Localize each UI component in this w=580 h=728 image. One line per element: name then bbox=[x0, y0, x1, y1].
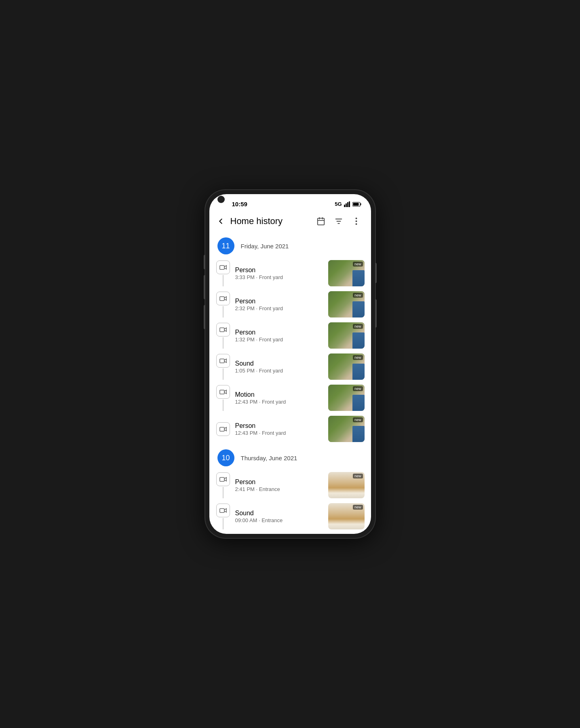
list-item[interactable]: Motion12:43 PM · Front yardnew bbox=[209, 382, 371, 413]
list-item[interactable]: Person2:32 PM · Front yardnew bbox=[209, 289, 371, 320]
event-info: Person2:32 PM · Front yard bbox=[235, 298, 323, 311]
svg-rect-24 bbox=[219, 508, 224, 512]
phone-screen: 10:59 5G bbox=[209, 194, 371, 534]
date-header-june11: 11Friday, June 2021 bbox=[209, 233, 371, 258]
svg-rect-20 bbox=[219, 359, 224, 363]
svg-rect-19 bbox=[219, 328, 224, 332]
camera-icon bbox=[216, 422, 230, 436]
thumbnail-badge: new bbox=[353, 474, 363, 478]
event-info: Sound1:05 PM · Front yard bbox=[235, 360, 323, 374]
page-title: Home history bbox=[230, 216, 313, 226]
app-bar-actions bbox=[313, 213, 365, 229]
list-item[interactable]: Person2:41 PM · Entrancenew bbox=[209, 470, 371, 501]
event-detail: 12:43 PM · Front yard bbox=[235, 399, 323, 405]
list-item[interactable]: Sound1:05 PM · Front yardnew bbox=[209, 351, 371, 382]
svg-rect-17 bbox=[219, 265, 224, 269]
event-thumbnail[interactable]: new bbox=[328, 503, 365, 529]
timeline-col bbox=[216, 385, 230, 411]
back-icon bbox=[216, 217, 225, 226]
list-item[interactable]: Sound09:00 AM · Entrancenew bbox=[209, 501, 371, 532]
date-badge-june11: 11 bbox=[217, 237, 234, 254]
svg-rect-23 bbox=[219, 477, 224, 481]
svg-point-16 bbox=[356, 223, 357, 225]
event-type: Sound bbox=[235, 360, 323, 367]
left-button-2 bbox=[204, 275, 205, 299]
svg-rect-18 bbox=[219, 296, 224, 301]
filter-button[interactable] bbox=[331, 213, 347, 229]
event-thumbnail[interactable]: new bbox=[328, 385, 365, 411]
date-label-june10: Thursday, June 2021 bbox=[241, 455, 297, 461]
camera-icon bbox=[216, 260, 230, 274]
event-thumbnail[interactable]: new bbox=[328, 472, 365, 498]
camera-icon bbox=[216, 385, 230, 399]
camera-icon bbox=[216, 472, 230, 486]
battery-icon bbox=[352, 202, 361, 207]
event-type: Motion bbox=[235, 391, 323, 398]
camera-icon bbox=[216, 504, 230, 517]
filter-icon bbox=[334, 217, 343, 226]
app-bar: Home history bbox=[209, 210, 371, 233]
event-info: Person12:43 PM · Front yard bbox=[235, 422, 323, 436]
camera-icon bbox=[216, 323, 230, 336]
timeline-line bbox=[223, 487, 224, 498]
event-detail: 12:43 PM · Front yard bbox=[235, 430, 323, 436]
back-button[interactable] bbox=[213, 213, 229, 229]
list-item[interactable]: Person12:43 PM · Front yardnew bbox=[209, 413, 371, 444]
camera-icon bbox=[216, 354, 230, 368]
more-button[interactable] bbox=[348, 213, 365, 229]
date-header-june10: 10Thursday, June 2021 bbox=[209, 444, 371, 470]
timeline-line bbox=[223, 306, 224, 317]
svg-rect-2 bbox=[347, 202, 348, 207]
camera-icon bbox=[216, 292, 230, 305]
svg-rect-22 bbox=[219, 427, 224, 431]
volume-button bbox=[375, 263, 377, 283]
calendar-icon bbox=[316, 217, 325, 226]
list-item[interactable]: Person1:32 PM · Front yardnew bbox=[209, 320, 371, 351]
timeline-col bbox=[216, 292, 230, 317]
event-detail: 2:41 PM · Entrance bbox=[235, 486, 323, 492]
timeline-line bbox=[223, 400, 224, 411]
list-item[interactable]: Person09:00 AM · Entrancenew bbox=[209, 532, 371, 534]
event-thumbnail[interactable]: new bbox=[328, 322, 365, 349]
timeline-line bbox=[223, 518, 224, 529]
timeline-col bbox=[216, 260, 230, 286]
list-item[interactable]: Person3:33 PM · Front yardnew bbox=[209, 258, 371, 289]
thumbnail-badge: new bbox=[353, 386, 363, 391]
event-thumbnail[interactable]: new bbox=[328, 291, 365, 317]
event-thumbnail[interactable]: new bbox=[328, 353, 365, 380]
event-thumbnail[interactable]: new bbox=[328, 260, 365, 286]
event-info: Sound09:00 AM · Entrance bbox=[235, 510, 323, 523]
date-badge-june10: 10 bbox=[217, 449, 234, 466]
event-type: Person bbox=[235, 422, 323, 430]
phone-frame: 10:59 5G bbox=[205, 190, 375, 538]
event-detail: 1:32 PM · Front yard bbox=[235, 336, 323, 343]
camera-notch bbox=[217, 196, 225, 203]
event-detail: 1:05 PM · Front yard bbox=[235, 368, 323, 374]
history-list[interactable]: 11Friday, June 2021 Person3:33 PM · Fron… bbox=[209, 233, 371, 534]
timeline-line bbox=[223, 275, 224, 286]
timeline-col bbox=[216, 504, 230, 529]
svg-point-14 bbox=[356, 218, 357, 219]
svg-rect-0 bbox=[344, 205, 345, 207]
thumbnail-badge: new bbox=[353, 505, 363, 510]
event-info: Person3:33 PM · Front yard bbox=[235, 267, 323, 280]
event-type: Person bbox=[235, 478, 323, 486]
event-info: Person1:32 PM · Front yard bbox=[235, 329, 323, 343]
event-type: Person bbox=[235, 298, 323, 305]
status-bar: 10:59 5G bbox=[209, 194, 371, 210]
thumbnail-badge: new bbox=[353, 417, 363, 422]
left-button-3 bbox=[204, 305, 205, 329]
svg-rect-1 bbox=[346, 203, 347, 207]
status-time: 10:59 bbox=[232, 201, 247, 207]
timeline-col bbox=[216, 422, 230, 436]
left-button-1 bbox=[204, 255, 205, 269]
power-button bbox=[375, 299, 377, 328]
event-type: Person bbox=[235, 267, 323, 274]
timeline-line bbox=[223, 368, 224, 380]
svg-rect-21 bbox=[219, 390, 224, 394]
thumbnail-badge: new bbox=[353, 293, 363, 298]
event-thumbnail[interactable]: new bbox=[328, 416, 365, 442]
thumbnail-badge: new bbox=[353, 355, 363, 360]
calendar-button[interactable] bbox=[313, 213, 329, 229]
timeline-col bbox=[216, 472, 230, 498]
